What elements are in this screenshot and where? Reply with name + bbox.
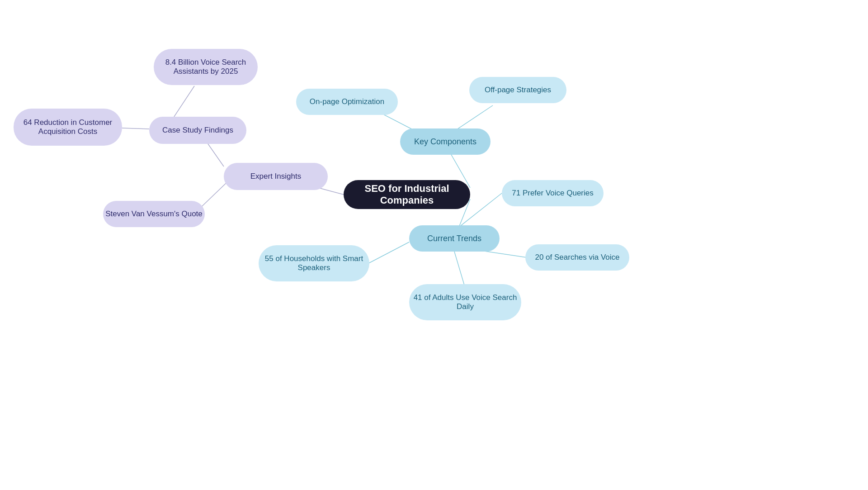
prefer-voice-queries-node[interactable]: 71 Prefer Voice Queries bbox=[502, 180, 604, 206]
expert-insights-node[interactable]: Expert Insights bbox=[224, 163, 328, 190]
center-node[interactable]: SEO for Industrial Companies bbox=[344, 180, 470, 209]
key-components-node[interactable]: Key Components bbox=[400, 128, 491, 155]
svg-line-10 bbox=[368, 242, 409, 263]
searches-voice-label: 20 of Searches via Voice bbox=[535, 253, 619, 262]
reduction-costs-label: 64 Reduction in Customer Acquisition Cos… bbox=[14, 118, 122, 136]
expert-insights-label: Expert Insights bbox=[250, 172, 301, 181]
households-smart-node[interactable]: 55 of Households with Smart Speakers bbox=[259, 245, 369, 281]
off-page-strategies-label: Off-page Strategies bbox=[485, 86, 551, 95]
off-page-strategies-node[interactable]: Off-page Strategies bbox=[469, 77, 566, 103]
adults-voice-label: 41 of Adults Use Voice Search Daily bbox=[409, 293, 521, 311]
case-study-findings-node[interactable]: Case Study Findings bbox=[149, 117, 246, 144]
case-study-findings-label: Case Study Findings bbox=[162, 126, 233, 135]
on-page-optimization-label: On-page Optimization bbox=[310, 97, 384, 106]
steven-quote-label: Steven Van Vessum's Quote bbox=[105, 209, 203, 219]
center-label: SEO for Industrial Companies bbox=[344, 183, 470, 206]
key-components-label: Key Components bbox=[414, 137, 476, 147]
billion-voice-label: 8.4 Billion Voice Search Assistants by 2… bbox=[154, 58, 258, 76]
current-trends-node[interactable]: Current Trends bbox=[409, 225, 500, 252]
svg-line-6 bbox=[174, 86, 194, 117]
current-trends-label: Current Trends bbox=[427, 234, 481, 243]
searches-voice-node[interactable]: 20 of Searches via Voice bbox=[525, 244, 629, 271]
reduction-costs-node[interactable]: 64 Reduction in Customer Acquisition Cos… bbox=[14, 109, 122, 146]
adults-voice-node[interactable]: 41 of Adults Use Voice Search Daily bbox=[409, 284, 521, 320]
households-smart-label: 55 of Households with Smart Speakers bbox=[259, 254, 369, 272]
prefer-voice-queries-label: 71 Prefer Voice Queries bbox=[512, 189, 593, 198]
steven-quote-node[interactable]: Steven Van Vessum's Quote bbox=[103, 201, 205, 227]
on-page-optimization-node[interactable]: On-page Optimization bbox=[296, 89, 398, 115]
svg-line-5 bbox=[122, 128, 149, 129]
billion-voice-node[interactable]: 8.4 Billion Voice Search Assistants by 2… bbox=[154, 49, 258, 85]
